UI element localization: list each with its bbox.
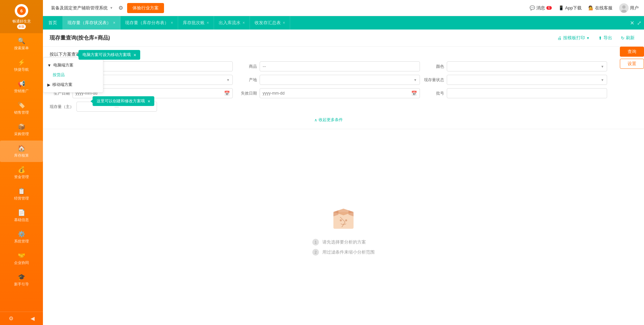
collapse-label: 收起更多条件 (319, 117, 343, 123)
tab-close-all-icon[interactable]: ✕ (630, 20, 634, 26)
stock-status-select[interactable]: ▼ (447, 75, 607, 85)
stock-qty-label: 现存量（主） (50, 104, 74, 110)
sidebar-item-purchase[interactable]: 📦 采购管理 (0, 119, 43, 141)
phone-icon: 📱 (558, 5, 564, 10)
empty-steps: 1 请先选择要分析的方案 2 用过滤条件来缩小分析范围 (312, 239, 375, 256)
search-icon: 🔍 (18, 37, 25, 45)
scheme-tree-item-cargo[interactable]: 按货品 (43, 70, 103, 80)
app-download-btn[interactable]: 📱 App下载 (558, 5, 582, 11)
sidebar-item-system[interactable]: ⚙️ 系统管理 (0, 226, 43, 248)
collapse-up-icon: ∧ (314, 118, 317, 122)
collapse-button[interactable]: ∧ 收起更多条件 (50, 115, 607, 125)
refresh-label: 刷新 (626, 35, 635, 41)
expire-date-range[interactable]: 📅 (260, 88, 420, 98)
sidebar-item-search[interactable]: 🔍 搜索菜单 (0, 33, 43, 55)
tab-home[interactable]: 首页 (43, 16, 63, 30)
scheme-tree-dropdown: ▼ 电脑端方案 按货品 ▶ 移动端方案 (43, 57, 103, 93)
tab-stock-flow[interactable]: 出入库流水 × (214, 16, 250, 30)
sidebar-item-base[interactable]: 📄 基础信息 (0, 205, 43, 226)
settings-gear-icon[interactable]: ⚙ (118, 5, 123, 11)
logo-icon: 6 (15, 4, 28, 17)
sidebar-item-marketing-label: 营销推广 (14, 89, 29, 94)
experience-button[interactable]: 体验行业方案 (127, 3, 164, 13)
online-support-btn[interactable]: 💁 在线客服 (588, 5, 612, 11)
nav-icon: ⚡ (18, 59, 25, 66)
tab-stock-status[interactable]: 现存量（库存状况表） × (63, 16, 120, 30)
refresh-btn[interactable]: ↻ 刷新 (618, 34, 637, 42)
produce-date-calendar-icon[interactable]: 📅 (224, 91, 230, 96)
color-chevron-icon: ▼ (601, 65, 604, 68)
batch-label: 批号 (424, 91, 444, 96)
scheme-tree-group-desktop[interactable]: ▼ 电脑端方案 (43, 60, 103, 70)
filter-field-origin: 产地 ▼ (237, 75, 420, 85)
sidebar-item-collab-label: 企业协同 (14, 260, 29, 265)
filter-field-color: 颜色 ▼ (424, 61, 607, 71)
scheme-tree-group-mobile[interactable]: ▶ 移动端方案 (43, 80, 103, 90)
filter-area: 查询 设置 按以下方案查询 + ✎ ← 电脑方案可设为移动方案哦 × ▼ 电脑 (43, 47, 644, 129)
tab-stock-flow-label: 出入库流水 (219, 20, 240, 26)
color-label: 颜色 (424, 64, 444, 69)
user-label: 用户 (630, 5, 639, 11)
sidebar-item-nav[interactable]: ⚡ 快捷导航 (0, 55, 43, 76)
tab-stock-batch-close[interactable]: × (207, 20, 209, 25)
tab-maximize-icon[interactable]: ⤢ (637, 20, 641, 26)
sidebar-item-finance[interactable]: 💰 资金管理 (0, 162, 43, 183)
scheme-mobile-expand-icon: ▶ (47, 83, 50, 87)
tab-stock-summary-close[interactable]: × (283, 20, 285, 25)
tab-bar: 首页 现存量（库存状况表） × 现存量（库存分布表） × 库存批次账 × 出入库… (43, 16, 644, 30)
tab-stock-status-close[interactable]: × (113, 20, 115, 25)
messages-count: 6 (546, 6, 552, 10)
sidebar-collapse-btn[interactable]: ◀ (31, 315, 35, 322)
system-select[interactable]: 装备及固定资产辅助管理系统 ▼ (48, 4, 116, 12)
tab-stock-summary[interactable]: 收发存汇总表 × (250, 16, 290, 30)
stock-status-chevron-icon: ▼ (601, 78, 604, 82)
user-profile-btn[interactable]: 用户 (619, 3, 639, 13)
scheme-group-mobile-label: 移动端方案 (52, 82, 72, 88)
origin-select[interactable]: ▼ (260, 75, 420, 85)
sidebar-item-guide[interactable]: 🎓 新手引导 (0, 269, 43, 291)
product-dots: ··· (263, 64, 266, 69)
print-template-btn[interactable]: 🖨 按模板打印 ▼ (555, 34, 592, 42)
tab-stock-flow-close[interactable]: × (243, 20, 245, 25)
sidebar-item-marketing[interactable]: 📢 营销推广 (0, 76, 43, 98)
batch-input[interactable] (447, 88, 607, 98)
sidebar-item-management-label: 经营管理 (14, 196, 29, 201)
message-icon: 💬 (530, 5, 535, 10)
tab-stock-status-label: 现存量（库存状况表） (67, 20, 111, 26)
filter-header: 按以下方案查询 + ✎ ← 电脑方案可设为移动方案哦 × (50, 51, 637, 58)
step-2-text: 用过滤条件来缩小分析范围 (322, 249, 375, 255)
tab-stock-dist-close[interactable]: × (171, 20, 173, 25)
product-select[interactable]: ··· (260, 61, 420, 71)
guide-icon: 🎓 (18, 273, 25, 281)
sidebar-item-management[interactable]: 📋 经营管理 (0, 183, 43, 205)
sidebar-item-sales-label: 销售管理 (14, 110, 29, 115)
sidebar-item-finance-label: 资金管理 (14, 174, 29, 179)
page-header: 现存量查询(按仓库+商品) 🖨 按模板打印 ▼ ⬆ 导出 ↻ 刷新 (43, 30, 644, 47)
sidebar-item-collab[interactable]: 🤝 企业协同 (0, 248, 43, 269)
filter-row-1: 仓库 ··· 商品 ··· 颜色 (50, 61, 607, 71)
refresh-icon: ↻ (621, 36, 625, 41)
sidebar-settings-btn[interactable]: ⚙ (9, 315, 13, 322)
sidebar-item-inventory[interactable]: 🏠 库存核算 (0, 141, 43, 162)
expire-date-start[interactable] (263, 91, 410, 96)
tab-stock-dist[interactable]: 现存量（库存分布表） × (120, 16, 178, 30)
color-select[interactable]: ▼ (447, 61, 607, 71)
content-area: 现存量查询(按仓库+商品) 🖨 按模板打印 ▼ ⬆ 导出 ↻ 刷新 (43, 30, 644, 325)
tab-stock-batch[interactable]: 库存批次账 × (178, 16, 214, 30)
avatar (619, 3, 629, 13)
sidebar: 6 畅通好生意 标版 🔍 搜索菜单 ⚡ 快捷导航 📢 营销推广 🏷️ 销售管理 … (0, 0, 43, 325)
step-1-text: 请先选择要分析的方案 (322, 239, 366, 245)
brand-subtitle: 标版 (17, 24, 26, 29)
purchase-icon: 📦 (18, 123, 25, 130)
expire-date-calendar-icon[interactable]: 📅 (411, 91, 417, 96)
sidebar-item-inventory-label: 库存核算 (14, 153, 29, 158)
brand-name: 畅通好生意 (12, 19, 31, 23)
tooltip-scheme-close-btn[interactable]: × (133, 52, 136, 58)
tooltip-create-close-btn[interactable]: × (148, 99, 150, 104)
export-btn[interactable]: ⬆ 导出 (596, 34, 615, 42)
page-title: 现存量查询(按仓库+商品) (50, 35, 110, 42)
header-right: 💬 消息 6 📱 App下载 💁 在线客服 (530, 3, 639, 13)
messages-btn[interactable]: 💬 消息 6 (530, 5, 552, 11)
filter-field-stock-status: 现存量状态 ▼ (424, 75, 607, 85)
sidebar-item-sales[interactable]: 🏷️ 销售管理 (0, 98, 43, 119)
